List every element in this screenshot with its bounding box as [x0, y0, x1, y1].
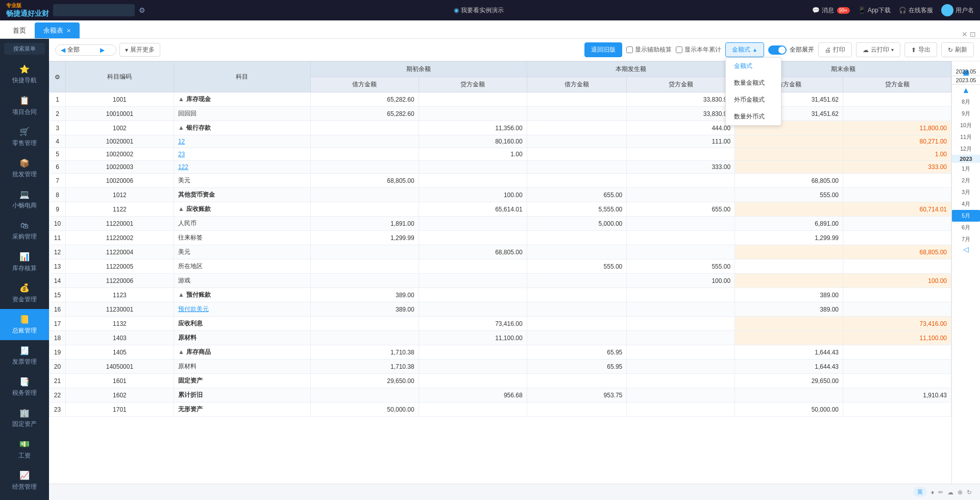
sidebar-item-assets[interactable]: 🏢 固定资产 — [0, 402, 49, 434]
cell-credit-close — [843, 174, 951, 188]
cell-credit-cur — [627, 317, 735, 331]
sidebar-item-invoice[interactable]: 🧾 发票管理 — [0, 340, 49, 371]
tab-expand-icon[interactable]: ⊡ — [970, 30, 976, 38]
search-box[interactable]: ◀ ▶ — [55, 44, 116, 56]
cell-row-no: 18 — [50, 331, 66, 345]
cell-debit-close: 555.00 — [735, 188, 843, 202]
cell-subject: 美元 — [174, 245, 310, 259]
sidebar-item-operations[interactable]: 📈 经营管理 — [0, 465, 49, 496]
sidebar-item-retail[interactable]: 🛒 零售管理 — [0, 121, 49, 152]
bottom-icon-diamond[interactable]: ♦ — [931, 489, 934, 496]
period-month-8[interactable]: 8月 — [952, 96, 980, 108]
cell-row-no: 6 — [50, 161, 66, 174]
bottom-icon-text[interactable]: 英 — [913, 487, 927, 497]
refresh-btn[interactable]: ↻ 刷新 — [941, 42, 974, 57]
sidebar-item-tax[interactable]: 📑 税务管理 — [0, 371, 49, 402]
cloud-print-btn[interactable]: ☁ 云打印 ▾ — [856, 42, 900, 57]
format-option-qty-foreign[interactable]: 数量外币式 — [726, 108, 781, 125]
cell-subject: ▲库存现金 — [174, 92, 310, 107]
content-area: ◀ ▶ ▾ 展开更多 退回旧版 显示辅助核算 — [49, 39, 980, 500]
period-month-12[interactable]: 12月 — [952, 143, 980, 155]
cell-subject[interactable]: 12 — [174, 135, 310, 148]
tab-minimize-icon[interactable]: ✕ — [962, 30, 968, 38]
period-month-1[interactable]: 1月 — [952, 163, 980, 175]
show-auxiliary-checkbox[interactable]: 显示辅助核算 — [626, 45, 672, 54]
period-month-10[interactable]: 10月 — [952, 120, 980, 131]
cell-subject[interactable]: 23 — [174, 148, 310, 161]
message-btn[interactable]: 💬 消息 99+ — [812, 6, 850, 15]
period-year-2023[interactable]: 2023 — [952, 155, 980, 163]
period-month-4[interactable]: 4月 — [952, 198, 980, 210]
tab-balance[interactable]: 余额表 ✕ — [35, 22, 80, 38]
toggle-switch-control[interactable] — [768, 45, 787, 55]
bottom-icon-edit[interactable]: ✏ — [938, 489, 943, 496]
tab-close-icon[interactable]: ✕ — [66, 28, 71, 34]
ytd-checkbox-input[interactable] — [676, 46, 682, 53]
period-month-2[interactable]: 2月 — [952, 175, 980, 186]
sidebar-search[interactable]: 搜索菜单 — [4, 43, 45, 55]
period-month-6[interactable]: 6月 — [952, 222, 980, 233]
auxiliary-checkbox-input[interactable] — [626, 46, 633, 53]
cell-debit-close — [735, 259, 843, 274]
format-option-qty-amount[interactable]: 数量金额式 — [726, 75, 781, 91]
export-btn[interactable]: ⬆ 导出 — [904, 42, 937, 57]
ecommerce-icon: 💻 — [2, 189, 47, 200]
cell-debit-close — [735, 331, 843, 345]
sidebar-item-project[interactable]: 📋 项目合同 — [0, 90, 49, 121]
period-month-5[interactable]: 5月 — [952, 210, 980, 222]
period-up-btn[interactable]: ▲ — [961, 85, 971, 96]
sidebar-item-wholesale[interactable]: 📦 批发管理 — [0, 153, 49, 184]
expand-more-button[interactable]: ▾ 展开更多 — [119, 43, 160, 57]
search-left-arrow-icon[interactable]: ◀ — [61, 46, 65, 54]
settings-gear-icon[interactable]: ⚙ — [139, 6, 145, 14]
period-panel-header[interactable]: 期间选择 — [962, 63, 970, 67]
period-month-7[interactable]: 7月 — [952, 233, 980, 245]
user-avatar[interactable]: 用户名 — [941, 4, 974, 16]
tab-home[interactable]: 首页 — [4, 22, 35, 38]
cell-debit-cur: 5,000.00 — [527, 217, 627, 231]
quick-nav-icon: ⭐ — [2, 64, 47, 75]
sidebar-item-inventory[interactable]: 📊 库存核算 — [0, 246, 49, 277]
sidebar-item-ecommerce[interactable]: 💻 小畅电商 — [0, 184, 49, 215]
col-settings-header[interactable]: ⚙ — [50, 62, 66, 92]
search-input[interactable] — [67, 46, 98, 54]
cell-credit-open — [419, 107, 527, 121]
show-ytd-checkbox[interactable]: 显示本年累计 — [676, 45, 721, 54]
online-service-btn[interactable]: 🎧 在线客服 — [899, 6, 933, 15]
cell-code: 11230001 — [66, 302, 174, 317]
return-old-btn[interactable]: 退回旧版 — [584, 42, 622, 57]
format-option-amount[interactable]: 金额式 — [726, 58, 781, 75]
sidebar-item-quick-nav[interactable]: ⭐ 快捷导航 — [0, 59, 49, 90]
period-month-9[interactable]: 9月 — [952, 108, 980, 120]
expand-all-toggle[interactable]: 全部展开 — [768, 45, 814, 55]
sidebar-item-purchase[interactable]: 🛍 采购管理 — [0, 215, 49, 246]
period-collapse-btn[interactable]: ◁ — [963, 245, 969, 253]
cell-code: 1001 — [66, 92, 174, 107]
cell-credit-open — [419, 402, 527, 417]
bottom-icon-plus[interactable]: ⊕ — [958, 489, 963, 496]
format-option-foreign-amount[interactable]: 外币金额式 — [726, 91, 781, 108]
demo-link[interactable]: ◉ 我要看实例演示 — [454, 6, 504, 15]
sidebar-item-accounting[interactable]: 📒 总账管理 — [0, 309, 49, 340]
bottom-icon-cloud[interactable]: ☁ — [947, 489, 953, 496]
period-month-3[interactable]: 3月 — [952, 186, 980, 198]
title-bar-search[interactable] — [53, 4, 135, 16]
period-month-11[interactable]: 11月 — [952, 131, 980, 143]
cell-subject[interactable]: 122 — [174, 161, 310, 174]
search-right-arrow-icon[interactable]: ▶ — [100, 46, 105, 54]
cell-row-no: 4 — [50, 135, 66, 148]
cell-code: 11220004 — [66, 245, 174, 259]
sidebar-item-salary[interactable]: 💵 工资 — [0, 434, 49, 465]
cell-debit-open — [310, 274, 419, 288]
format-btn[interactable]: 金额式 ▲ — [725, 42, 764, 57]
cell-credit-cur — [627, 388, 735, 402]
cell-subject[interactable]: 预付款美元 — [174, 302, 310, 317]
sidebar-item-capital[interactable]: 💰 资金管理 — [0, 277, 49, 308]
sidebar-item-sales-report[interactable]: 🧮 小畅报销 — [0, 496, 49, 500]
cell-subject: 往来标签 — [174, 231, 310, 245]
cell-credit-close — [843, 402, 951, 417]
app-download-btn[interactable]: 📱 App下载 — [858, 6, 891, 15]
bottom-icon-refresh[interactable]: ↻ — [967, 489, 972, 496]
print-btn[interactable]: 🖨 打印 — [818, 42, 852, 57]
cell-code: 1601 — [66, 374, 174, 388]
